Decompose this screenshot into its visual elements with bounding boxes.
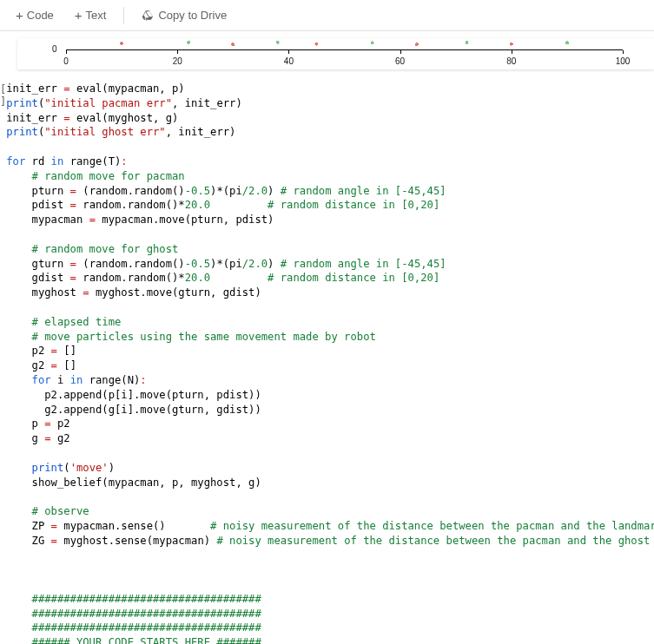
copy-to-drive-button[interactable]: Copy to Drive [133,5,235,25]
y-tick-0: 0 [52,44,57,54]
code-cell: [ ] init_err = eval(mypacman, p) print("… [0,82,654,644]
xtick: 80 [506,56,516,66]
scatter-points [66,38,623,49]
toolbar: + Code + Text Copy to Drive [0,0,654,31]
xtick: 0 [63,56,69,66]
x-axis [66,49,623,50]
add-code-label: Code [27,9,54,22]
xtick: 20 [173,56,182,66]
plot-output: 0 0 20 40 60 80 100 [17,38,654,69]
xtick: 60 [395,56,405,66]
drive-icon [142,9,155,22]
xtick: 100 [616,56,631,66]
add-code-button[interactable]: + Code [7,4,63,26]
plus-icon: + [75,8,83,23]
copy-to-drive-label: Copy to Drive [158,9,227,22]
code-editor[interactable]: init_err = eval(mypacman, p) print("init… [6,82,654,644]
cell-exec-indicator[interactable]: [ ] [0,82,6,644]
add-text-label: Text [86,9,107,22]
xtick: 40 [284,56,294,66]
plus-icon: + [16,8,23,23]
code-content[interactable]: init_err = eval(mypacman, p) print("init… [6,82,654,644]
separator [123,7,124,24]
add-text-button[interactable]: + Text [66,4,116,26]
